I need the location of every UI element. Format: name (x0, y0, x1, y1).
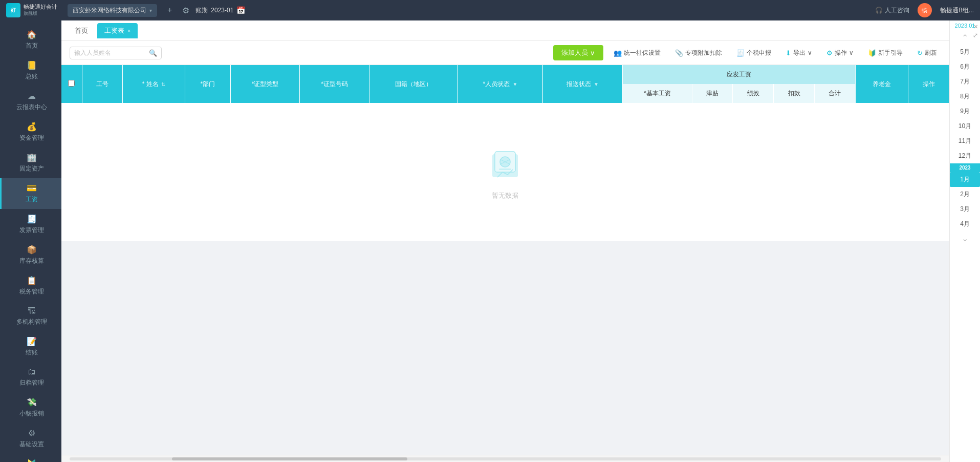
content-area: 首页 工资表 × 🔍 添加人员 ∨ 👥 统一社保设置 📎 (61, 20, 949, 462)
month-scroll-down[interactable]: ⌄ (950, 232, 980, 245)
sidebar-label-salary: 工资 (26, 195, 38, 204)
account-period: 账期 2023-01 📅 (195, 6, 245, 15)
user-avatar[interactable]: 畅 (918, 3, 932, 17)
social-insurance-button[interactable]: 👥 统一社保设置 (609, 47, 665, 59)
sidebar-label-settings: 基础设置 (19, 440, 44, 449)
sidebar-item-inventory[interactable]: 📦 库存核算 (0, 240, 61, 270)
month-item-12[interactable]: 12月 (950, 149, 980, 163)
sidebar-item-archive[interactable]: 🗂 归档管理 (0, 362, 61, 392)
name-sort-icon[interactable]: ⇅ (161, 81, 165, 87)
tab-bar: 首页 工资表 × (61, 20, 949, 41)
month-item-10[interactable]: 10月 (950, 119, 980, 134)
month-item-7[interactable]: 7月 (950, 74, 980, 89)
deduction-label: 专项附加扣除 (685, 49, 722, 57)
sidebar-label-archive: 归档管理 (19, 379, 44, 387)
refresh-button[interactable]: ↻ 刷新 (913, 47, 941, 59)
month-item-9[interactable]: 9月 (950, 104, 980, 119)
calendar-icon[interactable]: 📅 (236, 6, 245, 14)
archive-icon: 🗂 (28, 367, 36, 376)
sidebar-item-expense[interactable]: 💸 小畅报销 (0, 392, 61, 423)
sidebar-item-multi-org[interactable]: 🏗 多机构管理 (0, 301, 61, 331)
scroll-track (70, 457, 941, 460)
personal-tax-icon: 🧾 (736, 49, 745, 57)
export-chevron-icon: ∨ (808, 49, 812, 56)
tab-home[interactable]: 首页 (68, 23, 95, 38)
sidebar-item-tax[interactable]: 📋 税务管理 (0, 270, 61, 301)
new-guide-icon: 🔰 (868, 49, 876, 57)
sidebar-label-invoice: 发票管理 (19, 226, 44, 235)
header-right: 🎧 人工咨询 畅 畅捷通B组... (875, 3, 974, 17)
close-month-panel-button[interactable]: × (974, 23, 978, 31)
multi-org-icon: 🏗 (28, 306, 36, 316)
logo-area: 好 畅捷通好会计 旗舰版 (6, 3, 68, 17)
operation-button[interactable]: ⚙ 操作 ∨ (822, 47, 858, 59)
month-item-1-active[interactable]: 1月 (950, 172, 980, 187)
sidebar: 🏠 首页 📒 总账 ☁ 云报表中心 💰 资金管理 🏢 固定资产 💳 工资 🧾 发… (0, 20, 61, 462)
tab-home-label: 首页 (75, 26, 88, 35)
month-item-11[interactable]: 11月 (950, 134, 980, 149)
scroll-thumb[interactable] (172, 457, 407, 460)
header-id-number: *证型号码 (300, 65, 369, 103)
social-icon: 👥 (614, 49, 622, 57)
sidebar-item-fund[interactable]: 💰 资金管理 (0, 117, 61, 148)
header-allowance: 津贴 (692, 84, 733, 103)
report-filter-icon[interactable]: ▼ (594, 81, 599, 87)
sidebar-item-salary[interactable]: 💳 工资 (0, 178, 61, 209)
new-guide-button[interactable]: 🔰 新手引导 (864, 47, 907, 59)
app-name: 畅捷通好会计 (24, 4, 57, 10)
month-item-2[interactable]: 2月 (950, 187, 980, 202)
month-item-5[interactable]: 5月 (950, 45, 980, 59)
sidebar-item-home[interactable]: 🏠 首页 (0, 25, 61, 55)
empty-state-cell: 暂无数据 (61, 103, 949, 241)
tab-salary-close-icon[interactable]: × (127, 28, 130, 34)
month-item-4[interactable]: 4月 (950, 217, 980, 232)
sidebar-item-invoice[interactable]: 🧾 发票管理 (0, 209, 61, 240)
export-button[interactable]: ⬇ 导出 ∨ (781, 47, 816, 59)
month-item-6[interactable]: 6月 (950, 59, 980, 74)
month-panel: × ⤢ 2023.01 ⌃ 5月 6月 7月 8月 9月 10月 11月 12月… (949, 20, 980, 462)
header-total: 合计 (815, 84, 856, 103)
sidebar-label-cloud: 云报表中心 (16, 103, 47, 112)
header-person-status: *人员状态 ▼ (458, 65, 542, 103)
month-item-3[interactable]: 3月 (950, 202, 980, 217)
header-actions: + ⚙ (165, 5, 191, 16)
sidebar-item-ledger[interactable]: 📒 总账 (0, 55, 61, 86)
company-selector[interactable]: 西安虾米网络科技有限公司 ▾ (68, 4, 157, 17)
sidebar-label-expense: 小畅报销 (19, 409, 44, 418)
header-action: 操作 (908, 65, 949, 103)
settings-button[interactable]: ⚙ (180, 5, 191, 16)
header-pension: 养老金 (855, 65, 908, 103)
sidebar-label-inventory: 库存核算 (19, 257, 44, 265)
select-all-checkbox[interactable] (68, 80, 75, 87)
sidebar-item-close[interactable]: 📝 结账 (0, 331, 61, 362)
salary-icon: 💳 (27, 183, 37, 193)
sidebar-item-cloud-report[interactable]: ☁ 云报表中心 (0, 86, 61, 117)
search-input[interactable] (74, 49, 146, 56)
month-item-8[interactable]: 8月 (950, 89, 980, 104)
sidebar-item-fixed-assets[interactable]: 🏢 固定资产 (0, 148, 61, 178)
header-nation: 国籍（地区） (369, 65, 458, 103)
sidebar-item-settings[interactable]: ⚙ 基础设置 (0, 423, 61, 454)
personal-tax-label: 个税申报 (747, 49, 771, 57)
add-person-button[interactable]: 添加人员 ∨ (553, 45, 603, 60)
empty-icon (485, 144, 526, 185)
service-button[interactable]: 🎧 人工咨询 (875, 6, 909, 15)
empty-text: 暂无数据 (492, 191, 518, 200)
tab-salary[interactable]: 工资表 × (97, 23, 138, 38)
fund-icon: 💰 (27, 122, 37, 132)
expand-month-panel-button[interactable]: ⤢ (973, 32, 978, 39)
header-deduction: 扣款 (774, 84, 815, 103)
bottom-scroll[interactable] (61, 455, 949, 462)
table-body: 暂无数据 (61, 103, 949, 241)
new-guide-label: 新手引导 (878, 49, 903, 57)
table-container: 工号 * 姓名 ⇅ *部门 *证型类型 *证型号码 国籍（地区） *人员状态 ▼ (61, 65, 949, 455)
building-icon: 🏢 (27, 153, 37, 162)
sidebar-label-home: 首页 (26, 41, 38, 50)
status-filter-icon[interactable]: ▼ (513, 81, 518, 87)
special-deduction-button[interactable]: 📎 专项附加扣除 (671, 47, 726, 59)
sidebar-item-guide[interactable]: 🔰 新手引导 (0, 454, 61, 462)
header-pay-wages-group: 应发工资 (622, 65, 855, 84)
personal-tax-button[interactable]: 🧾 个税申报 (732, 47, 775, 59)
sidebar-label-multi: 多机构管理 (16, 318, 47, 326)
add-company-button[interactable]: + (165, 5, 174, 16)
